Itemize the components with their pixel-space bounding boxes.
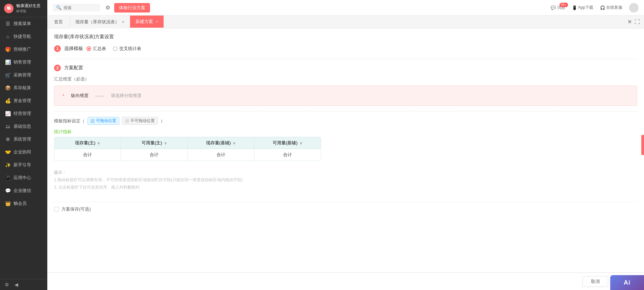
main-area: 🔍 ⚙ 体验行业方案 💬 消息 99+ 📱 App下载 🎧 在线客服 首页: [47, 0, 644, 290]
tab-new-scheme-close[interactable]: ×: [156, 19, 158, 24]
user-avatar[interactable]: [629, 3, 639, 13]
sidebar-item-search-menu[interactable]: ☰ 搜索菜单: [0, 17, 47, 30]
col-header-2[interactable]: 可用量(主) ∨: [121, 137, 188, 149]
search-box[interactable]: 🔍: [53, 4, 100, 11]
col-header-3[interactable]: 现存量(基辅) ∨: [188, 137, 254, 149]
radio-summary-label: 汇总表: [93, 46, 106, 52]
draggable-swatch: [91, 119, 95, 123]
purchase-icon: 🛒: [5, 72, 11, 78]
sidebar-scroll: ☰ 搜索菜单 ⌂ 快捷导航 🎁 营销推广 📊 销售管理 🛒 采购管理 📦 库存核…: [0, 17, 47, 279]
indicator-settings-label: 模板指标设定（: [54, 118, 85, 124]
member-icon: 👑: [5, 200, 11, 207]
tab-close-all-icon[interactable]: ✕: [627, 19, 632, 25]
sidebar-item-wechat[interactable]: 💬 企业微信: [0, 184, 47, 197]
search-input[interactable]: [64, 5, 97, 10]
app-badge: 标准版: [16, 9, 41, 14]
search-menu-icon: ☰: [5, 21, 11, 27]
app-center-icon: 📱: [5, 175, 11, 181]
sidebar-item-label: 系统管理: [14, 136, 31, 142]
tab-new-scheme[interactable]: 新建方案 ×: [130, 16, 164, 28]
section1-num: 1: [54, 45, 61, 52]
tip-2: 2. 点击标题栏下拉可设置排序、插入列和删除列: [54, 184, 637, 191]
col-header-1[interactable]: 现存量(主) ∨: [54, 137, 121, 149]
cell-3: 合计: [188, 149, 254, 161]
section2-header: 2 方案配置: [54, 65, 637, 71]
section-scheme-config: 2 方案配置 汇总维度（必选） * 纵向维度 —— 请选择分组维度 模板指标设定…: [54, 65, 637, 195]
sidebar-item-sales[interactable]: 📊 销售管理: [0, 56, 47, 69]
tab-inventory-status[interactable]: 现存量（库存状况表） ×: [70, 16, 130, 28]
app-download-button[interactable]: 📱 App下载: [572, 5, 593, 10]
tab-new-scheme-label: 新建方案: [135, 19, 153, 25]
radio-summary[interactable]: 汇总表: [86, 46, 106, 52]
sidebar-item-basic-info[interactable]: 🗂 基础信息: [0, 120, 47, 133]
radio-summary-circle: [86, 46, 91, 51]
section1-header: 1 选择模板 汇总表 交叉统计表: [54, 45, 637, 52]
settings-icon[interactable]: ⚙: [5, 282, 9, 287]
dimension-box[interactable]: * 纵向维度 —— 请选择分组维度: [54, 86, 637, 106]
sidebar-item-quick-nav[interactable]: ⌂ 快捷导航: [0, 30, 47, 43]
sidebar-item-label: 企业协同: [14, 149, 31, 155]
section2-num: 2: [54, 65, 61, 71]
sidebar-item-purchase[interactable]: 🛒 采购管理: [0, 69, 47, 81]
download-icon: 📱: [572, 5, 577, 10]
collapse-icon[interactable]: ◀: [15, 282, 18, 287]
sidebar-bottom: ⚙ ◀: [0, 279, 47, 290]
stats-table-body: 合计 合计 合计 合计: [54, 149, 321, 161]
section1-title: 选择模板: [64, 46, 83, 52]
save-checkbox[interactable]: [54, 207, 59, 212]
sales-icon: 📊: [5, 59, 11, 65]
sidebar-item-operations[interactable]: 📈 经营管理: [0, 107, 47, 120]
col2-chevron-icon: ∨: [164, 141, 167, 145]
sidebar-item-enterprise[interactable]: 🤝 企业协同: [0, 146, 47, 159]
topbar: 🔍 ⚙ 体验行业方案 💬 消息 99+ 📱 App下载 🎧 在线客服: [47, 0, 644, 16]
message-button[interactable]: 💬 消息 99+: [551, 5, 565, 10]
tab-inventory-close[interactable]: ×: [122, 20, 124, 24]
save-label: 方案保存(可选): [61, 206, 91, 212]
radio-cross[interactable]: 交叉统计表: [113, 46, 141, 52]
tab-expand-icon[interactable]: ⛶: [635, 19, 640, 25]
sidebar-item-label: 销售管理: [14, 59, 31, 65]
headset-icon: 🎧: [600, 5, 605, 10]
dimension-placeholder: 请选择分组维度: [111, 93, 142, 99]
dimension-field-label: 纵向维度: [71, 93, 89, 99]
tip-1: 1.拖动标题栏可以调整布局，不可跨维度或指标区域拖动栏目字段(只能在同一维度或指…: [54, 177, 637, 183]
required-mark: *: [63, 93, 64, 98]
draggable-label: 可拖动位置: [88, 117, 119, 125]
radio-cross-circle: [113, 46, 118, 51]
content-inner: 现存量(库存状况表)方案设置 1 选择模板 汇总表: [47, 28, 644, 272]
sidebar-item-inventory[interactable]: 📦 库存核算: [0, 81, 47, 94]
search-icon: 🔍: [56, 5, 61, 10]
trial-button[interactable]: 体验行业方案: [114, 3, 150, 13]
tab-home[interactable]: 首页: [47, 16, 70, 28]
sidebar-item-marketing[interactable]: 🎁 营销推广: [0, 43, 47, 56]
save-row: 方案保存(可选): [54, 202, 637, 216]
col4-chevron-icon: ∨: [300, 141, 302, 145]
message-badge: 99+: [560, 3, 568, 7]
gear-icon[interactable]: ⚙: [105, 4, 110, 11]
sidebar-item-new-guide[interactable]: ✨ 新手引导: [0, 159, 47, 171]
section2-title: 方案配置: [64, 65, 83, 71]
sidebar-item-label: 畅会员: [14, 200, 27, 207]
sidebar-item-app-center[interactable]: 📱 应用中心: [0, 171, 47, 184]
app-name: 畅康通好生意: [16, 3, 41, 9]
online-service-button[interactable]: 🎧 在线客服: [600, 5, 622, 10]
sidebar-item-label: 新手引导: [14, 162, 31, 168]
stats-label: 统计指标: [54, 129, 637, 135]
cancel-button[interactable]: 取消: [583, 276, 608, 287]
stats-table: 现存量(主) ∨ 可用量(主) ∨ 现存量(基辅: [54, 137, 321, 161]
sidebar-item-system[interactable]: ⚙ 系统管理: [0, 133, 47, 146]
new-guide-icon: ✨: [5, 162, 11, 168]
radio-cross-label: 交叉统计表: [119, 46, 141, 52]
sidebar: 畅 畅康通好生意 标准版 ☰ 搜索菜单 ⌂ 快捷导航 🎁 营销推广 📊 销售管理…: [0, 0, 47, 290]
sidebar-item-label: 经营管理: [14, 111, 31, 117]
non-draggable-swatch: [125, 119, 129, 123]
ai-badge[interactable]: Ai: [610, 275, 644, 290]
sidebar-item-finance[interactable]: 💰 资金管理: [0, 94, 47, 107]
sidebar-item-label: 营销推广: [14, 46, 31, 52]
scroll-indicator: [641, 135, 644, 155]
col-header-4[interactable]: 可用量(基辅) ∨: [254, 137, 321, 149]
non-draggable-label: 不可拖动位置: [122, 117, 158, 125]
sidebar-item-member[interactable]: 👑 畅会员: [0, 197, 47, 210]
topbar-right: 💬 消息 99+ 📱 App下载 🎧 在线客服: [551, 3, 639, 13]
radio-summary-dot: [88, 48, 90, 50]
